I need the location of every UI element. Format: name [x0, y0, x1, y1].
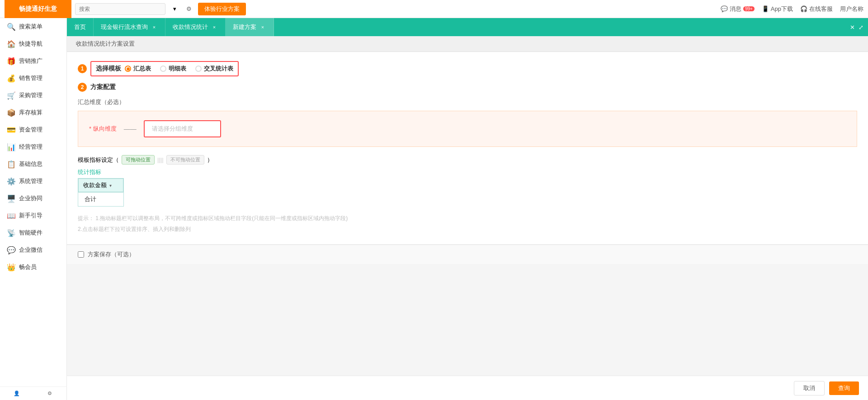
indicator-section: 模板指标设定（ 可拖动位置 |||| 不可拖动位置 ） 统计指标 收款金额 — [78, 155, 857, 207]
tab-receivables[interactable]: 收款情况统计 × — [165, 18, 226, 36]
download-label: App下载 — [771, 5, 793, 13]
sidebar-item-quick-nav[interactable]: 🏠 快捷导航 — [0, 35, 66, 52]
dimension-select[interactable]: 请选择分组维度 — [144, 120, 221, 137]
top-bar: 畅捷通好生意 ▾ ⚙ 体验行业方案 💬 消息 99+ 📱 App下载 🎧 在线客… — [0, 0, 868, 18]
save-checkbox[interactable] — [78, 251, 84, 258]
sidebar-item-basic-info[interactable]: 📋 基础信息 — [0, 155, 66, 173]
radio-summary-circle — [125, 66, 131, 72]
message-icon: 💬 — [721, 5, 728, 12]
dimension-label: 汇总维度（必选） — [78, 98, 857, 106]
radio-summary[interactable]: 汇总表 — [125, 65, 151, 73]
search-input[interactable] — [75, 3, 165, 15]
sidebar-item-operation[interactable]: 📊 经营管理 — [0, 138, 66, 155]
sidebar-item-system[interactable]: ⚙️ 系统管理 — [0, 173, 66, 190]
sidebar-label-search-menu: 搜索菜单 — [19, 23, 42, 31]
tab-bar-right: ✕ ⤢ — [845, 24, 868, 31]
service-label: 在线客服 — [809, 5, 833, 13]
section2-num: 2 — [78, 83, 87, 92]
radio-summary-dot — [127, 67, 130, 71]
box-icon: 📦 — [7, 108, 15, 117]
chart-icon: 📊 — [7, 143, 15, 151]
tab-home[interactable]: 首页 — [67, 18, 94, 36]
section1: 1 选择模板 汇总表 — [78, 61, 857, 76]
sidebar-item-marketing[interactable]: 🎁 营销推广 — [0, 52, 66, 70]
sidebar-label-basic-info: 基础信息 — [19, 160, 42, 168]
sidebar-item-inventory[interactable]: 📦 库存核算 — [0, 104, 66, 121]
page-content: 收款情况统计方案设置 1 选择模板 — [67, 36, 868, 376]
section1-label: 选择模板 — [96, 65, 121, 73]
clipboard-icon: 📋 — [7, 160, 15, 168]
save-section: 方案保存（可选） — [67, 245, 868, 264]
dropdown-icon[interactable]: ▾ — [169, 4, 180, 14]
sidebar-item-purchase[interactable]: 🛒 采购管理 — [0, 87, 66, 104]
draggable-badge: 可拖动位置 — [122, 155, 155, 165]
form-area: 1 选择模板 汇总表 — [67, 52, 868, 245]
sidebar-bottom: 👤 ⚙ — [0, 386, 66, 400]
dimension-area: * 纵向维度 —— 请选择分组维度 — [78, 111, 857, 147]
online-service[interactable]: 🎧 在线客服 — [800, 5, 833, 13]
settings-bottom-icon: ⚙ — [47, 391, 52, 396]
tab-bank-flow[interactable]: 现金银行流水查询 × — [94, 18, 165, 36]
sidebar-label-quick-nav: 快捷导航 — [19, 40, 42, 48]
dropdown-arrow-icon: ▾ — [109, 183, 112, 188]
tab-receivables-close[interactable]: × — [211, 24, 218, 31]
logo-text: 畅捷通好生意 — [19, 5, 57, 13]
query-button[interactable]: 查询 — [829, 381, 859, 395]
sidebar-item-sales[interactable]: 💰 销售管理 — [0, 70, 66, 87]
app-download[interactable]: 📱 App下载 — [762, 5, 793, 13]
sidebar-item-search-menu[interactable]: 🔍 搜索菜单 — [0, 18, 66, 35]
vertical-dim-label: * 纵向维度 — [89, 125, 117, 133]
download-icon: 📱 — [762, 5, 769, 12]
sidebar-item-finance[interactable]: 💳 资金管理 — [0, 121, 66, 138]
settings-icon[interactable]: ⚙ — [184, 4, 194, 14]
hint-text: 提示： 1.拖动标题栏可以调整布局，不可跨维度或指标区域拖动栏目字段(只能在同一… — [78, 214, 857, 234]
hint-line-2: 2.点击标题栏下拉可设置排序、插入列和删除列 — [78, 225, 857, 235]
avatar-icon: 👤 — [14, 391, 20, 396]
sidebar-label-newbie: 新手引导 — [19, 212, 42, 220]
footer-bar: 取消 查询 — [67, 376, 868, 400]
hint-line-1: 提示： 1.拖动标题栏可以调整布局，不可跨维度或指标区域拖动栏目字段(只能在同一… — [78, 214, 857, 224]
user-info[interactable]: 用户名称 — [840, 5, 863, 13]
indicator-label: 模板指标设定（ — [78, 156, 119, 164]
radio-detail-circle — [160, 66, 166, 72]
money-icon: 💰 — [7, 74, 15, 82]
sidebar-label-weixin: 企业微信 — [19, 246, 42, 254]
gift-icon: 🎁 — [7, 57, 15, 65]
sidebar-item-enterprise[interactable]: 🖥️ 企业协同 — [0, 190, 66, 207]
tab-home-label: 首页 — [74, 23, 86, 31]
indicator-separator: |||| — [157, 156, 164, 163]
stats-table: 收款金额 ▾ 合计 — [78, 178, 124, 207]
section2-label: 方案配置 — [90, 83, 116, 91]
section1-box: 选择模板 汇总表 明细表 — [90, 61, 239, 76]
tab-receivables-label: 收款情况统计 — [173, 23, 208, 31]
book-icon: 📖 — [7, 212, 15, 220]
radio-detail[interactable]: 明细表 — [160, 65, 186, 73]
save-label: 方案保存（可选） — [88, 250, 135, 259]
sidebar-item-weixin[interactable]: 💬 企业微信 — [0, 241, 66, 259]
settings-btn[interactable]: ⚙ — [33, 387, 67, 400]
undraggable-badge: 不可拖动位置 — [166, 155, 204, 165]
stats-column-header[interactable]: 收款金额 ▾ — [78, 179, 123, 192]
indicator-suffix: ） — [207, 156, 213, 164]
window-close-icon[interactable]: ✕ — [850, 24, 855, 31]
tab-new-plan-close[interactable]: × — [259, 24, 266, 31]
avatar-btn[interactable]: 👤 — [0, 387, 33, 400]
cancel-button[interactable]: 取消 — [794, 381, 825, 395]
tab-bank-flow-close[interactable]: × — [151, 24, 158, 31]
page-header: 收款情况统计方案设置 — [67, 36, 868, 52]
tab-new-plan[interactable]: 新建方案 × — [226, 18, 274, 36]
radio-cross[interactable]: 交叉统计表 — [195, 65, 233, 73]
section2-title: 2 方案配置 — [78, 83, 857, 92]
sidebar-item-newbie[interactable]: 📖 新手引导 — [0, 207, 66, 224]
sidebar-item-member[interactable]: 👑 畅会员 — [0, 259, 66, 276]
notifications[interactable]: 💬 消息 99+ — [721, 5, 755, 13]
industry-btn[interactable]: 体验行业方案 — [198, 3, 246, 15]
hardware-icon: 📡 — [7, 229, 15, 237]
sidebar-label-inventory: 库存核算 — [19, 108, 42, 117]
window-max-icon[interactable]: ⤢ — [859, 24, 863, 31]
dim-arrow: —— — [124, 125, 137, 132]
sidebar-item-hardware[interactable]: 📡 智能硬件 — [0, 224, 66, 241]
radio-cross-circle — [195, 66, 202, 72]
top-right: 💬 消息 99+ 📱 App下载 🎧 在线客服 用户名称 — [721, 5, 863, 13]
section1-title: 1 选择模板 汇总表 — [78, 61, 857, 76]
